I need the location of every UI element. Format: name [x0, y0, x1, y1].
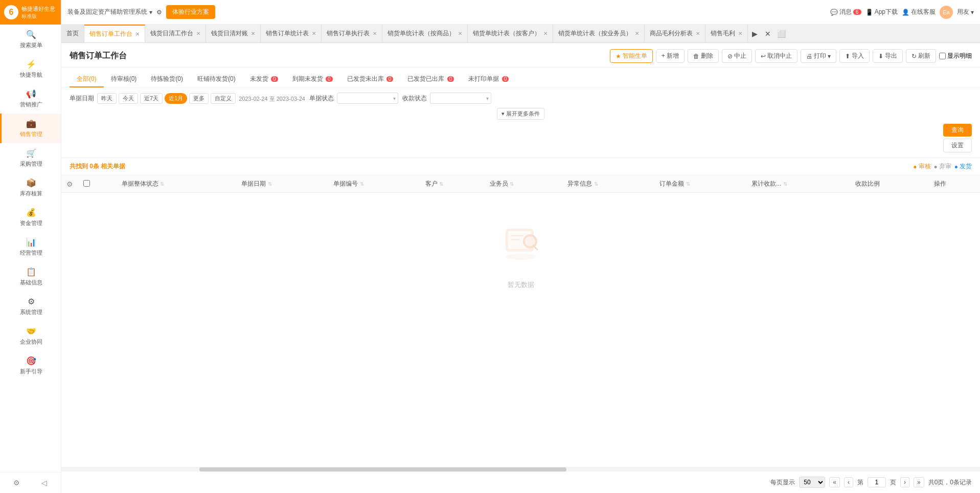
message-btn[interactable]: 💬 消息 6: [830, 8, 861, 16]
user-avatar[interactable]: Ea: [940, 6, 953, 19]
tab-shipment-product[interactable]: 销货单统计表（按商品） ✕: [382, 25, 468, 43]
date-btn-more[interactable]: 更多: [189, 93, 209, 104]
tab-close-icon[interactable]: ✕: [543, 31, 548, 36]
sidebar-settings-btn[interactable]: ⚙: [4, 477, 29, 489]
tabbar-maximize-btn[interactable]: ⬜: [774, 30, 789, 38]
date-btn-today[interactable]: 今天: [119, 93, 138, 104]
date-btn-7days[interactable]: 近7天: [140, 93, 163, 104]
delete-btn[interactable]: 🗑 删除: [688, 49, 719, 63]
refresh-btn[interactable]: ↻ 刷新: [906, 49, 936, 63]
topbar-settings-btn[interactable]: ⚙: [156, 9, 162, 16]
tabbar-more-btn[interactable]: ▶: [748, 30, 762, 38]
column-settings-icon[interactable]: ⚙: [66, 180, 73, 188]
expand-filter-btn[interactable]: ▾ 展开更多条件: [497, 108, 544, 120]
sidebar-item-sales[interactable]: 💼 销售管理: [0, 114, 61, 143]
col-customer-sort[interactable]: ⇅: [439, 181, 443, 187]
sidebar-item-system[interactable]: ⚙ 系统管理: [0, 292, 61, 321]
tab-home[interactable]: 首页: [61, 25, 84, 43]
import-btn[interactable]: ⬆ 导入: [839, 49, 870, 63]
date-btn-custom[interactable]: 自定义: [211, 93, 236, 104]
tab-sales-margin[interactable]: 销售毛利 ✕: [705, 25, 748, 43]
industry-btn[interactable]: 体验行业方案: [166, 5, 215, 19]
new-btn[interactable]: + 新增: [656, 49, 685, 63]
last-page-btn[interactable]: »: [914, 477, 924, 487]
show-detail-label[interactable]: 显示明细: [939, 52, 972, 60]
smart-create-btn[interactable]: ★ 智能生单: [610, 49, 653, 63]
tab-close-icon[interactable]: ✕: [135, 31, 140, 37]
col-date-sort[interactable]: ⇅: [268, 181, 272, 187]
tab-close-icon[interactable]: ✕: [696, 31, 700, 36]
tab-close-icon[interactable]: ✕: [635, 31, 639, 36]
tabbar-close-all-btn[interactable]: ✕: [762, 30, 774, 38]
sidebar-collapse-btn[interactable]: ◁: [32, 477, 57, 489]
sidebar-item-purchase[interactable]: 🛒 采购管理: [0, 143, 61, 173]
next-page-btn[interactable]: ›: [900, 477, 909, 487]
select-all-checkbox[interactable]: [83, 180, 90, 187]
query-btn[interactable]: 查询: [943, 124, 972, 137]
tab-close-icon[interactable]: ✕: [738, 31, 742, 36]
date-btn-yesterday[interactable]: 昨天: [97, 93, 117, 104]
user-menu-btn[interactable]: 用友 ▾: [957, 8, 974, 16]
sub-tab-wangpu-ship[interactable]: 旺铺待发货(0): [190, 72, 243, 87]
sub-tab-shipped-not-out[interactable]: 已发货未出库 0: [340, 72, 401, 87]
tab-sales-order[interactable]: 销售订单工作台 ✕: [84, 25, 145, 43]
tab-shipment-customer[interactable]: 销货单统计表（按客户） ✕: [468, 25, 553, 43]
col-status-sort[interactable]: ⇅: [160, 181, 164, 187]
app-download-btn[interactable]: 📱 App下载: [865, 8, 898, 16]
tab-shipment-salesman[interactable]: 销货单统计表（按业务员） ✕: [553, 25, 645, 43]
tab-close-icon[interactable]: ✕: [251, 31, 255, 36]
sub-tab-pending-audit[interactable]: 待审核(0): [104, 72, 144, 87]
tab-margin-analysis[interactable]: 商品毛利分析表 ✕: [645, 25, 705, 43]
sub-tab-unshipped[interactable]: 未发货 0: [243, 72, 285, 87]
sidebar-item-management[interactable]: 📊 经营管理: [0, 232, 61, 262]
cancel-abort-btn[interactable]: ↩ 取消中止: [755, 49, 797, 63]
tab-sales-exec[interactable]: 销售订单执行表 ✕: [322, 25, 382, 43]
prev-page-btn[interactable]: ‹: [844, 477, 853, 487]
horizontal-scrollbar[interactable]: [61, 467, 980, 471]
export-btn[interactable]: ⬇ 导出: [873, 49, 903, 63]
date-btn-1month[interactable]: 近1月: [165, 93, 187, 104]
col-number-sort[interactable]: ⇅: [360, 181, 364, 187]
system-title-dropdown[interactable]: 装备及固定资产辅助管理系统 ▾: [67, 8, 152, 16]
sidebar-item-collab[interactable]: 🤝 企业协同: [0, 321, 61, 351]
tab-close-icon[interactable]: ✕: [312, 31, 316, 36]
sidebar-item-basic[interactable]: 📋 基础信息: [0, 262, 61, 292]
sidebar-item-guide[interactable]: 🎯 新手引导: [0, 351, 61, 380]
scrollbar-thumb[interactable]: [199, 467, 567, 472]
refresh-label: 刷新: [918, 52, 930, 60]
payment-select[interactable]: [430, 93, 491, 104]
status-select[interactable]: [337, 93, 398, 104]
page-number-input[interactable]: [868, 477, 886, 487]
audit-btn[interactable]: ● 审核: [913, 162, 930, 171]
col-cumulative-sort[interactable]: ⇅: [783, 181, 787, 187]
tab-close-icon[interactable]: ✕: [373, 31, 377, 36]
sub-tab-overdue-unshipped[interactable]: 到期未发货 0: [285, 72, 340, 87]
sub-tab-shipped-out[interactable]: 已发货已出库 0: [400, 72, 461, 87]
sidebar-item-finance[interactable]: 💰 资金管理: [0, 203, 61, 232]
col-exception-sort[interactable]: ⇅: [594, 181, 598, 187]
tab-close-icon[interactable]: ✕: [196, 31, 200, 36]
abort-btn[interactable]: ⊘ 中止: [722, 49, 752, 63]
online-service-btn[interactable]: 👤 在线客服: [902, 8, 936, 16]
sub-tab-all[interactable]: 全部(0): [70, 72, 104, 87]
print-btn[interactable]: 🖨 打印 ▾: [801, 49, 836, 63]
sub-tab-pending-inspect[interactable]: 待拣验货(0): [144, 72, 190, 87]
per-page-select[interactable]: 50 100 200: [799, 477, 825, 488]
sidebar-item-inventory[interactable]: 📦 库存核算: [0, 173, 61, 203]
show-detail-checkbox[interactable]: [939, 53, 946, 59]
sidebar-item-nav[interactable]: ⚡ 快捷导航: [0, 54, 61, 84]
col-amount-sort[interactable]: ⇅: [686, 181, 690, 187]
tab-sales-stats[interactable]: 销售订单统计表 ✕: [261, 25, 322, 43]
tab-cash-daily[interactable]: 钱货日清工作台 ✕: [145, 25, 206, 43]
table-scroll-container[interactable]: ⚙ 单据整体状态 ⇅ 单据日期 ⇅: [61, 175, 980, 467]
revoke-btn[interactable]: ● 弃审: [934, 162, 951, 171]
sidebar-item-marketing[interactable]: 📢 营销推广: [0, 84, 61, 114]
sub-tab-unprinted[interactable]: 未打印单据 0: [461, 72, 516, 87]
tab-close-icon[interactable]: ✕: [458, 31, 462, 36]
col-salesman-sort[interactable]: ⇅: [510, 181, 514, 187]
tab-cash-reconcile[interactable]: 钱货日清对账 ✕: [206, 25, 261, 43]
set-btn[interactable]: 设置: [943, 139, 972, 152]
sidebar-item-search[interactable]: 🔍 搜索菜单: [0, 25, 61, 54]
first-page-btn[interactable]: «: [829, 477, 840, 487]
ship-btn[interactable]: ● 发货: [954, 162, 972, 171]
